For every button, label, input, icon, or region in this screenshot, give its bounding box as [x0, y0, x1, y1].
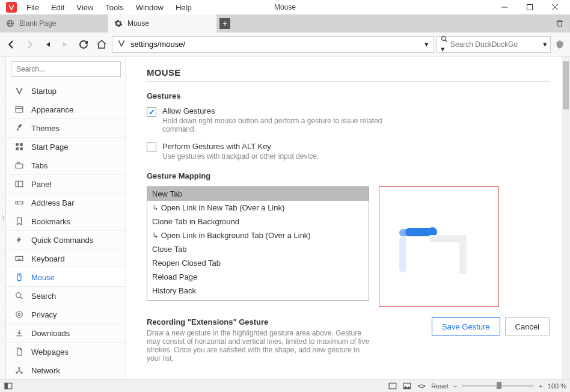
- minimize-button[interactable]: [492, 0, 517, 14]
- sidebar-item-label: Keyboard: [31, 254, 65, 263]
- tiling-icon[interactable]: [388, 381, 397, 391]
- menu-tools[interactable]: Tools: [99, 1, 129, 14]
- tab-mouse[interactable]: Mouse: [108, 14, 216, 32]
- privacy-icon: [14, 310, 24, 319]
- gesture-list-item[interactable]: Reload Page: [147, 270, 369, 284]
- panel-toggle-icon[interactable]: [4, 381, 13, 391]
- allow-gestures-checkbox[interactable]: [147, 107, 156, 117]
- zoom-in-button[interactable]: +: [539, 382, 542, 390]
- search-engine-icon[interactable]: ▾: [441, 35, 448, 54]
- svg-rect-8: [16, 106, 23, 112]
- svg-point-29: [19, 367, 20, 369]
- dropdown-icon[interactable]: ▾: [424, 40, 429, 49]
- sidebar-item-webpages[interactable]: Webpages: [6, 343, 126, 361]
- cancel-button[interactable]: Cancel: [505, 317, 550, 335]
- panel-toggle[interactable]: [0, 57, 6, 379]
- bookmark-icon: [14, 216, 24, 226]
- gesture-list-item[interactable]: Reopen Closed Tab: [147, 256, 369, 270]
- menu-help[interactable]: Help: [170, 1, 198, 14]
- gesture-preview-icon: [396, 223, 468, 289]
- settings-search-input[interactable]: [11, 61, 121, 77]
- download-icon: [14, 328, 24, 338]
- sidebar-item-themes[interactable]: Themes: [6, 119, 126, 138]
- sidebar-item-label: Appearance: [31, 105, 73, 114]
- gesture-list-item[interactable]: Open Link in New Tab (Over a Link): [147, 201, 369, 215]
- sidebar-item-quick-commands[interactable]: Quick Commands: [6, 231, 126, 250]
- svg-rect-12: [16, 147, 19, 150]
- url-input[interactable]: [130, 40, 420, 49]
- zoom-out-button[interactable]: −: [453, 382, 457, 390]
- forward-button[interactable]: [22, 37, 37, 52]
- gesture-list-item[interactable]: Open Link in Background Tab (Over a Link…: [147, 228, 369, 242]
- page-actions-icon[interactable]: <>: [417, 381, 426, 391]
- reload-button[interactable]: [76, 37, 91, 52]
- sidebar-item-label: Tabs: [31, 161, 48, 170]
- gesture-list-item[interactable]: New Tab: [147, 187, 369, 201]
- menu-window[interactable]: Window: [130, 1, 170, 14]
- tab-blank-page[interactable]: Blank Page: [0, 14, 108, 32]
- grid-icon: [14, 142, 24, 152]
- alt-gestures-checkbox[interactable]: [147, 142, 156, 152]
- svg-point-27: [16, 311, 23, 318]
- allow-gestures-hint: Hold down right mouse button and perform…: [162, 117, 391, 133]
- blocker-icon[interactable]: [553, 38, 566, 51]
- sidebar-item-appearance[interactable]: Appearance: [6, 100, 126, 119]
- globe-icon: [6, 19, 14, 28]
- sidebar-item-tabs[interactable]: Tabs: [6, 156, 126, 175]
- sidebar-item-downloads[interactable]: Downloads: [6, 324, 126, 343]
- sidebar-item-label: Panel: [31, 180, 51, 189]
- svg-rect-39: [459, 235, 467, 274]
- gesture-list-item[interactable]: Clone Tab in Background: [147, 215, 369, 228]
- section-heading-gestures: Gestures: [147, 91, 550, 100]
- sidebar-item-keyboard[interactable]: Keyboard: [6, 250, 126, 268]
- sidebar-item-bookmarks[interactable]: Bookmarks: [6, 212, 126, 231]
- zoom-reset-button[interactable]: Reset: [431, 382, 449, 390]
- app-logo[interactable]: [6, 2, 17, 13]
- close-button[interactable]: [542, 0, 568, 14]
- search-input[interactable]: [450, 40, 541, 49]
- dropdown-icon[interactable]: ▾: [543, 40, 547, 49]
- sidebar-item-network[interactable]: Network: [6, 361, 126, 379]
- recording-title: Recording "Extensions" Gesture: [147, 317, 421, 326]
- vivaldi-icon: [14, 86, 24, 96]
- sidebar-item-search[interactable]: Search: [6, 287, 126, 305]
- save-gesture-button[interactable]: Save Gesture: [432, 317, 500, 335]
- gesture-list[interactable]: New Tab Open Link in New Tab (Over a Lin…: [147, 186, 369, 301]
- search-bar[interactable]: ▾ ▾: [437, 36, 551, 53]
- sidebar-item-label: Address Bar: [31, 198, 75, 207]
- zoom-slider[interactable]: [462, 385, 534, 387]
- menu-file[interactable]: File: [20, 1, 45, 14]
- content-scrollbar[interactable]: [562, 57, 570, 379]
- menu-view[interactable]: View: [70, 1, 99, 14]
- fastforward-button[interactable]: [58, 37, 73, 52]
- closed-tabs-button[interactable]: [550, 14, 570, 32]
- address-bar[interactable]: ▾: [112, 36, 434, 53]
- sidebar-item-label: Start Page: [31, 142, 68, 152]
- gesture-list-item[interactable]: Close Tab: [147, 242, 369, 256]
- svg-rect-13: [20, 147, 23, 150]
- new-tab-button[interactable]: +: [216, 14, 233, 32]
- sidebar-item-label: Network: [31, 366, 60, 375]
- rewind-button[interactable]: [40, 37, 55, 52]
- image-toggle-icon[interactable]: [402, 381, 412, 391]
- home-button[interactable]: [94, 37, 109, 52]
- sidebar-item-start-page[interactable]: Start Page: [6, 138, 126, 156]
- brush-icon: [14, 123, 24, 133]
- gesture-list-item[interactable]: History Forward: [147, 298, 369, 301]
- recording-hint: Draw a new gesture in the highlighted ge…: [147, 329, 375, 363]
- menu-edit[interactable]: Edit: [45, 1, 70, 14]
- keyboard-icon: [14, 254, 24, 263]
- gear-icon: [114, 19, 123, 28]
- svg-rect-41: [5, 383, 7, 388]
- sidebar-item-mouse[interactable]: Mouse: [6, 268, 126, 287]
- sidebar-item-label: Downloads: [31, 329, 70, 338]
- sidebar-item-privacy[interactable]: Privacy: [6, 305, 126, 324]
- tab-label: Mouse: [127, 19, 149, 28]
- back-button[interactable]: [4, 37, 19, 52]
- sidebar-item-address-bar[interactable]: Address Bar: [6, 194, 126, 212]
- sidebar-item-panel[interactable]: Panel: [6, 175, 126, 194]
- gesture-list-item[interactable]: History Back: [147, 284, 369, 298]
- gesture-drawing-area[interactable]: [379, 186, 499, 307]
- maximize-button[interactable]: [517, 0, 542, 14]
- sidebar-item-startup[interactable]: Startup: [6, 82, 126, 100]
